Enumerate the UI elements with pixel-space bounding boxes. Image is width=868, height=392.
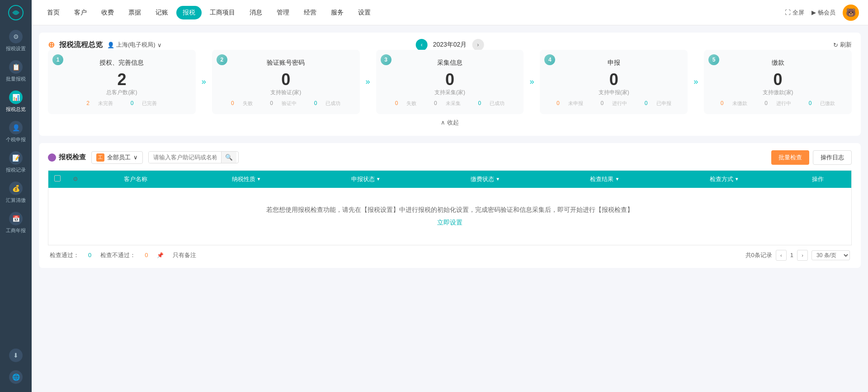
step-count-label-4: 支持申报(家) [547,89,680,96]
sidebar-item-download[interactable]: ⬇ [0,344,32,366]
step-title-2: 验证账号密码 [219,59,353,67]
step-count-1: 2 [55,71,189,89]
table-footer-right: 共0条记录 ‹ 1 › 30 条/页 50 条/页 100 条/页 [745,250,850,261]
step-num-5: 5 [708,54,719,65]
page-num: 1 [790,252,793,258]
stat-value: 0 [557,100,560,107]
sidebar-label-6: 工商年报 [6,227,26,234]
nav-menu: 首页客户收费票据记账报税工商项目消息管理经营服务设置 [41,6,785,19]
nav-item-客户[interactable]: 客户 [68,6,93,19]
stat-label: 失败 [405,100,416,107]
member-button[interactable]: ▶ 畅会员 [811,9,835,17]
sidebar-item-4[interactable]: 📝报税记录 [0,147,32,177]
col-checkbox [48,171,66,188]
stat-value: 0 [478,100,481,107]
top-nav: 首页客户收费票据记账报税工商项目消息管理经营服务设置 ⛶ 全屏 ▶ 畅会员 🐻 [32,0,868,25]
sidebar-icon-3: 👤 [9,121,23,134]
check-header: 报税检查 工 全部员工 ∨ 🔍 批量检查 操作日志 [48,150,852,165]
filter-icon-3: ▼ [495,177,500,182]
check-table: ⚙ 客户名称 纳税性质▼ 申报状态▼ 缴费状态▼ 检查结果▼ 检查方式▼ 操作 [48,171,851,245]
stat-label: 已完善 [141,100,157,107]
nav-item-管理[interactable]: 管理 [270,6,296,19]
main-area: 首页客户收费票据记账报税工商项目消息管理经营服务设置 ⛶ 全屏 ▶ 畅会员 🐻 … [32,0,868,392]
batch-check-button[interactable]: 批量检查 [771,150,809,165]
tax-overview-card: ⊕ 报税流程总览 👤 上海(电子税局) ∨ ‹ 2023年02月 › ↻ 刷新 [39,33,861,136]
nav-item-工商项目[interactable]: 工商项目 [203,6,241,19]
col-pay-status: 缴费状态▼ [425,171,545,188]
nav-item-服务[interactable]: 服务 [325,6,350,19]
collapse-bar[interactable]: ∧ 收起 [48,114,852,129]
nav-item-首页[interactable]: 首页 [41,6,66,19]
step-count-4: 0 [547,71,680,89]
sidebar-item-2[interactable]: 📊报税总览 [0,86,32,116]
sidebar-icon-1: 📋 [9,60,23,74]
nav-item-设置[interactable]: 设置 [352,6,377,19]
sidebar-item-0[interactable]: ⚙报税设置 [0,25,32,56]
stat-label: 未完善 [97,100,113,107]
step-count-2: 0 [219,71,353,89]
fullscreen-button[interactable]: ⛶ 全屏 [785,9,804,17]
location-icon: 👤 [107,42,114,48]
staff-select[interactable]: 工 全部员工 ∨ [91,151,143,164]
settings-icon[interactable]: ⚙ [73,176,78,182]
staff-label: 全部员工 [107,153,131,162]
col-action-label: 操作 [812,176,824,182]
staff-icon: 工 [96,153,104,162]
nav-item-报税[interactable]: 报税 [176,6,202,19]
chevron-down-icon: ∨ [157,42,162,48]
prev-month-btn[interactable]: ‹ [416,39,428,51]
sidebar-item-globe[interactable]: 🌐 [0,366,32,387]
sidebar: ⚙报税设置📋批量报税📊报税总览👤个税申报📝报税记录💰汇算清缴📅工商年报 ⬇ 🌐 [0,0,32,392]
sidebar-item-3[interactable]: 👤个税申报 [0,116,32,147]
sidebar-item-5[interactable]: 💰汇算清缴 [0,177,32,207]
step-num-1: 1 [52,54,63,65]
filter-icon-4: ▼ [615,177,619,182]
step-title-1: 授权、完善信息 [55,59,189,67]
prev-page-btn[interactable]: ‹ [776,250,787,261]
month-nav: ‹ 2023年02月 › [416,39,484,51]
select-all-checkbox[interactable] [54,175,61,182]
collapse-arrow-icon: ∧ [441,119,445,126]
nav-item-收费[interactable]: 收费 [95,6,120,19]
nav-item-经营[interactable]: 经营 [297,6,323,19]
sidebar-label-2: 报税总览 [6,106,26,113]
user-avatar[interactable]: 🐻 [843,5,859,21]
col-declare-label: 申报状态 [351,175,375,183]
next-month-btn[interactable]: › [472,39,484,51]
step-card-3: 3 采集信息 0 支持采集(家) 0 失败 0 未采集 0 已成功 [376,50,524,114]
arrow-icon-1: » [202,77,206,86]
search-button[interactable]: 🔍 [221,152,236,163]
step-stats-2: 0 失败 0 验证中 0 已成功 [219,100,353,107]
step-count-label-5: 支持缴款(家) [711,89,844,96]
check-header-right: 批量检查 操作日志 [771,150,852,165]
step-card-2: 2 验证账号密码 0 支持验证(家) 0 失败 0 验证中 0 已成功 [212,50,360,114]
setup-link[interactable]: 立即设置 [66,219,833,227]
overview-title: 报税流程总览 [59,40,103,50]
refresh-label: 刷新 [840,41,852,49]
stat-value: 0 [270,100,273,107]
step-title-4: 申报 [547,59,680,67]
sidebar-item-1[interactable]: 📋批量报税 [0,56,32,86]
pass-count[interactable]: 0 [88,252,91,258]
page-size-select[interactable]: 30 条/页 50 条/页 100 条/页 [811,250,850,260]
fail-count[interactable]: 0 [145,252,148,258]
search-input[interactable] [149,152,221,163]
card-header-row: ⊕ 报税流程总览 👤 上海(电子税局) ∨ ‹ 2023年02月 › ↻ 刷新 [48,40,852,50]
stat-value: 0 [600,100,604,107]
next-page-btn[interactable]: › [797,250,808,261]
step-count-label-1: 总客户数(家) [55,89,189,96]
nav-item-消息[interactable]: 消息 [243,6,269,19]
stat-label: 未缴款 [731,100,747,107]
sidebar-item-6[interactable]: 📅工商年报 [0,207,32,238]
sidebar-label-5: 汇算清缴 [6,197,26,204]
play-icon: ▶ [811,9,816,16]
nav-item-记账[interactable]: 记账 [149,6,175,19]
col-result-label: 检查结果 [590,175,613,183]
check-title-text: 报税检查 [59,153,86,162]
col-method-label: 检查方式 [710,175,733,183]
refresh-button[interactable]: ↻ 刷新 [833,41,852,49]
log-button[interactable]: 操作日志 [813,150,852,165]
empty-tip-text: 若您想使用报税检查功能，请先在【报税设置】中进行报税的初始化设置，完成密码验证和… [266,206,633,213]
location-tag[interactable]: 👤 上海(电子税局) ∨ [107,41,162,49]
nav-item-票据[interactable]: 票据 [122,6,147,19]
